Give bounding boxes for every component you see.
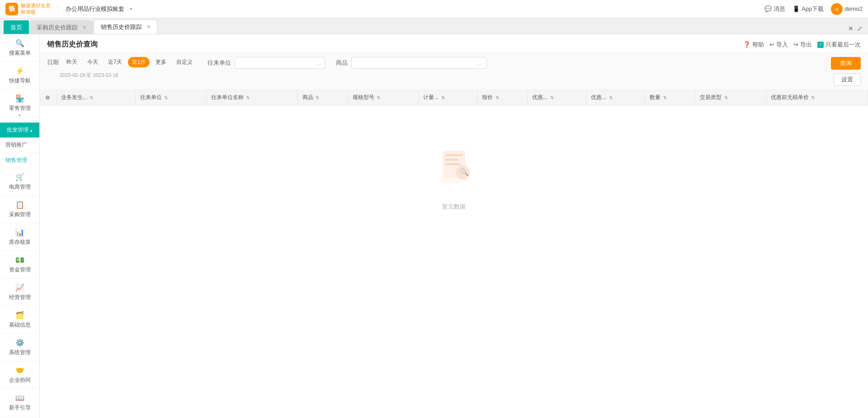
purchase-icon: 📋 (15, 200, 24, 209)
help-icon: ❓ (743, 41, 750, 48)
th-trade-type[interactable]: 交易类型 ⇅ (695, 90, 766, 105)
app-name: 办公用品行业模拟账套 (66, 5, 124, 13)
retail-arrow-icon: ▾ (19, 113, 21, 118)
user-profile[interactable]: d demo2 (831, 3, 863, 15)
sidebar-item-finance[interactable]: 💵 资金管理 (0, 251, 39, 279)
topbar-left: 畅 畅捷通好生意 标准版 办公用品行业模拟账套 ▾ (5, 3, 132, 15)
date-btn-yesterday[interactable]: 昨天 (62, 57, 81, 67)
date-btn-more[interactable]: 更多 (151, 57, 170, 67)
sidebar-item-shortcut[interactable]: ⚡ 快捷导航 (0, 62, 39, 90)
partner-filter-input[interactable]: ... (235, 57, 325, 69)
sort-icon-discount2: ⇅ (609, 95, 613, 100)
tab-purchase-history[interactable]: 采购历史价跟踪 ✕ (30, 20, 93, 34)
th-partner-code[interactable]: 往来单位 ⇅ (136, 90, 207, 105)
export-icon: ↪ (793, 41, 798, 48)
enterprise-icon: 🤝 (15, 366, 24, 375)
th-spec[interactable]: 规格型号 ⇅ (348, 90, 419, 105)
app-name-dropdown[interactable]: ▾ (130, 6, 132, 11)
th-discount2[interactable]: 优惠... ⇅ (586, 90, 645, 105)
purchase-history-tab-close[interactable]: ✕ (82, 24, 86, 30)
logo-text: 畅捷通好生意 标准版 (21, 3, 51, 14)
th-discount1[interactable]: 优惠... ⇅ (528, 90, 586, 105)
only-last-checkbox[interactable]: ✓ 只看最后一次 (817, 41, 861, 49)
content-area: 销售历史价查询 ❓ 帮助 ↩ 导入 ↪ 导出 ✓ (40, 34, 868, 418)
search-icon: 🔍 (15, 39, 24, 48)
tab-home[interactable]: 首页 (4, 20, 29, 34)
finance-icon: 💵 (15, 256, 24, 264)
sidebar-item-business[interactable]: 📈 经营管理 (0, 279, 39, 306)
tabbar-actions: ✕ ⤢ (848, 25, 868, 34)
sidebar-item-basic[interactable]: 🗂️ 基础信息 (0, 306, 39, 334)
download-icon: 📱 (793, 5, 800, 12)
date-btn-7days[interactable]: 近7天 (104, 57, 126, 67)
goods-input-field[interactable] (355, 60, 477, 66)
goods-filter-label: 商品 (336, 59, 348, 67)
sidebar-item-enterprise[interactable]: 🤝 企业协同 (0, 361, 39, 389)
sidebar-item-search[interactable]: 🔍 搜索菜单 (0, 34, 39, 62)
th-goods[interactable]: 商品 ⇅ (297, 90, 348, 105)
settings-button[interactable]: 设置 (834, 73, 861, 86)
goods-input-trigger[interactable]: ... (477, 59, 483, 67)
table-settings-icon[interactable]: ⚙ (45, 95, 50, 101)
th-biz-date[interactable]: 业务发生... ⇅ (56, 90, 136, 105)
sidebar-item-purchase[interactable]: 📋 采购管理 (0, 196, 39, 223)
date-btn-today[interactable]: 今天 (83, 57, 102, 67)
message-button[interactable]: 💬 消息 (764, 5, 785, 13)
sidebar-item-sales-mgmt[interactable]: 销售管理 (0, 153, 39, 168)
sidebar-item-ecommerce[interactable]: 🛒 电商管理 (0, 168, 39, 196)
sidebar-item-inventory[interactable]: 📊 库存核算 (0, 223, 39, 251)
th-partner-name[interactable]: 往来单位名称 ⇅ (206, 90, 297, 105)
empty-text: 暂元数据 (442, 203, 466, 211)
import-button[interactable]: ↩ 导入 (769, 41, 788, 49)
shortcut-icon: ⚡ (15, 66, 24, 75)
sort-icon-quote: ⇅ (495, 95, 499, 100)
date-range-display: 2023-02-18 至 2023-03-18 (60, 72, 118, 79)
tab-sales-history[interactable]: 销售历史价跟踪 ✕ (94, 19, 157, 34)
page-title: 销售历史价查询 (47, 40, 98, 49)
topbar: 畅 畅捷通好生意 标准版 办公用品行业模拟账套 ▾ 💬 消息 📱 App下载 d… (0, 0, 868, 18)
retail-icon: 🏪 (15, 94, 24, 103)
filter-buttons: 查询 设置 (831, 57, 861, 86)
help-button[interactable]: ❓ 帮助 (743, 41, 764, 49)
query-button[interactable]: 查询 (831, 57, 861, 70)
logo-icon: 畅 (5, 3, 18, 15)
th-pretax-price[interactable]: 优惠前无税单价 ⇅ (766, 90, 868, 105)
th-settings[interactable]: ⚙ (40, 90, 56, 105)
tabbar: 首页 采购历史价跟踪 ✕ 销售历史价跟踪 ✕ ✕ ⤢ (0, 18, 868, 34)
page-header: 销售历史价查询 ❓ 帮助 ↩ 导入 ↪ 导出 ✓ (40, 34, 868, 53)
sales-history-tab-close[interactable]: ✕ (146, 24, 151, 30)
date-btn-custom[interactable]: 自定义 (172, 57, 197, 67)
sort-icon-partner-code: ⇅ (164, 95, 168, 100)
partner-input-trigger[interactable]: ... (315, 59, 321, 67)
th-unit[interactable]: 计量... ⇅ (419, 90, 477, 105)
date-btn-1month[interactable]: 近1月 (128, 57, 150, 67)
goods-filter-input[interactable]: ... (351, 57, 487, 69)
empty-state: 🔍 暂元数据 (40, 105, 868, 247)
sidebar-item-system[interactable]: ⚙️ 系统管理 (0, 334, 39, 361)
main-layout: 🔍 搜索菜单 ⚡ 快捷导航 🏪 零售管理 ▾ 批发管理 ▴ 营销推广 销售管理 … (0, 34, 868, 418)
app-download-button[interactable]: 📱 App下载 (793, 5, 824, 13)
maximize-button[interactable]: ⤢ (857, 25, 863, 32)
sidebar: 🔍 搜索菜单 ⚡ 快捷导航 🏪 零售管理 ▾ 批发管理 ▴ 营销推广 销售管理 … (0, 34, 40, 418)
th-quote[interactable]: 报价 ⇅ (477, 90, 528, 105)
close-all-tabs-button[interactable]: ✕ (848, 25, 854, 32)
sidebar-item-wholesale[interactable]: 批发管理 ▴ (0, 123, 39, 138)
sidebar-item-guide[interactable]: 📖 新手引导 (0, 389, 39, 417)
sales-history-tab-label: 销售历史价跟踪 (101, 23, 142, 31)
partner-filter-label: 往来单位 (208, 59, 231, 67)
filter-section: 日期 昨天 今天 近7天 近1月 更多 自定义 2023-02-18 至 202… (40, 53, 868, 90)
sort-icon-partner-name: ⇅ (246, 95, 250, 100)
partner-input-field[interactable] (239, 60, 315, 66)
export-button[interactable]: ↪ 导出 (793, 41, 812, 49)
filter-row: 日期 昨天 今天 近7天 近1月 更多 自定义 2023-02-18 至 202… (47, 57, 861, 86)
sidebar-item-retail[interactable]: 🏪 零售管理 ▾ (0, 90, 39, 123)
th-quantity[interactable]: 数量 ⇅ (645, 90, 695, 105)
page-actions: ❓ 帮助 ↩ 导入 ↪ 导出 ✓ 只看最后一次 (743, 41, 861, 49)
sort-icon-quantity: ⇅ (663, 95, 667, 100)
goods-filter-group: 商品 ... (336, 57, 487, 69)
date-buttons: 昨天 今天 近7天 近1月 更多 自定义 (62, 57, 197, 67)
sort-icon-trade-type: ⇅ (724, 95, 728, 100)
divider (58, 5, 58, 14)
sidebar-item-marketing[interactable]: 营销推广 (0, 138, 39, 153)
partner-filter-group: 往来单位 ... (208, 57, 325, 69)
